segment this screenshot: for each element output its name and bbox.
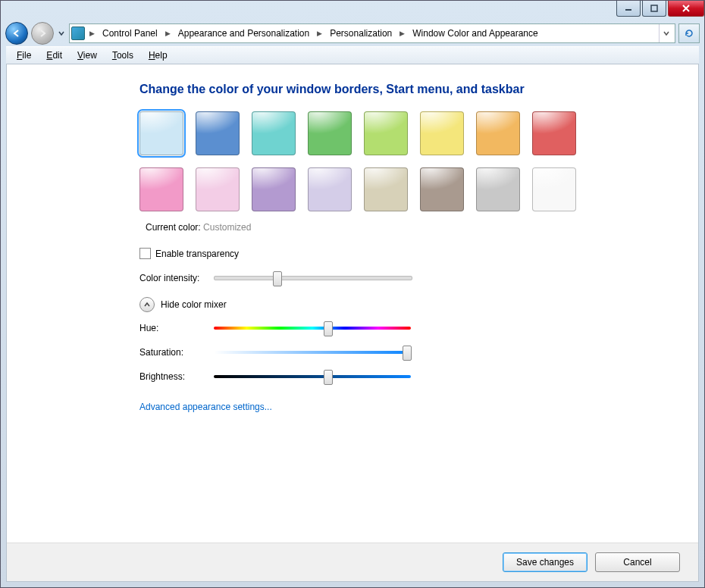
color-swatch-blue[interactable] <box>196 111 240 155</box>
brightness-slider[interactable] <box>214 375 411 378</box>
address-bar[interactable]: ▶ Control Panel ▶ Appearance and Persona… <box>69 23 675 43</box>
chevron-right-icon: ▶ <box>396 30 408 37</box>
color-intensity-row: Color intensity: <box>139 273 668 283</box>
menu-tools[interactable]: Tools <box>106 48 139 62</box>
save-changes-button[interactable]: Save changes <box>503 552 588 572</box>
color-swatch-white[interactable] <box>532 167 576 211</box>
current-color-label: Current color: <box>146 222 201 233</box>
menu-help[interactable]: Help <box>143 48 174 62</box>
slider-thumb[interactable] <box>273 271 282 286</box>
minimize-icon <box>625 5 632 12</box>
address-dropdown[interactable] <box>659 24 673 42</box>
current-color-value: Customized <box>203 222 251 233</box>
menubar: File Edit View Tools Help <box>6 46 699 64</box>
color-swatch-violet[interactable] <box>252 167 296 211</box>
color-swatch-tan[interactable] <box>364 167 408 211</box>
arrow-left-icon <box>11 28 22 39</box>
advanced-appearance-link[interactable]: Advanced appearance settings... <box>139 402 668 412</box>
transparency-label: Enable transparency <box>155 249 239 259</box>
nav-forward-button[interactable] <box>31 22 54 45</box>
svg-rect-1 <box>651 5 657 11</box>
svg-rect-0 <box>625 9 631 11</box>
slider-thumb[interactable] <box>324 370 333 385</box>
slider-thumb[interactable] <box>324 321 333 336</box>
brightness-label: Brightness: <box>139 371 214 382</box>
color-swatch-teal[interactable] <box>252 111 296 155</box>
chevron-down-icon <box>663 30 669 36</box>
color-swatch-pink[interactable] <box>139 167 183 211</box>
color-swatch-lime[interactable] <box>364 111 408 155</box>
color-swatch-green[interactable] <box>308 111 352 155</box>
chevron-up-icon <box>144 302 150 308</box>
control-panel-icon <box>71 27 85 40</box>
color-swatch-lavender[interactable] <box>308 167 352 211</box>
saturation-label: Saturation: <box>139 347 214 358</box>
saturation-slider[interactable] <box>214 351 411 354</box>
close-icon <box>682 5 691 12</box>
close-button[interactable] <box>668 1 704 17</box>
content-area: Change the color of your window borders,… <box>6 64 699 582</box>
transparency-checkbox[interactable] <box>139 248 151 259</box>
arrow-right-icon <box>37 28 48 39</box>
hue-slider[interactable] <box>214 327 411 330</box>
chevron-right-icon: ▶ <box>86 30 98 37</box>
titlebar <box>1 1 704 20</box>
breadcrumb-item[interactable]: Window Color and Appearance <box>409 27 540 40</box>
saturation-row: Saturation: <box>139 347 668 358</box>
footer: Save changes Cancel <box>7 543 698 581</box>
brightness-row: Brightness: <box>139 371 668 382</box>
color-swatch-gray[interactable] <box>476 167 520 211</box>
color-swatch-taupe[interactable] <box>420 167 464 211</box>
menu-file[interactable]: File <box>11 48 37 62</box>
color-swatch-yellow[interactable] <box>420 111 464 155</box>
color-swatch-orange[interactable] <box>476 111 520 155</box>
hue-label: Hue: <box>139 323 214 333</box>
window: ▶ Control Panel ▶ Appearance and Persona… <box>0 0 705 588</box>
breadcrumb-item[interactable]: Personalization <box>327 27 395 40</box>
hue-row: Hue: <box>139 323 668 333</box>
color-intensity-slider[interactable] <box>214 276 412 280</box>
color-swatch-grid <box>139 111 594 211</box>
breadcrumb-item[interactable]: Appearance and Personalization <box>175 27 312 40</box>
collapse-mixer-button[interactable] <box>139 297 155 312</box>
chevron-right-icon: ▶ <box>314 30 325 37</box>
color-swatch-red[interactable] <box>532 111 576 155</box>
nav-back-button[interactable] <box>5 22 28 45</box>
menu-view[interactable]: View <box>71 48 103 62</box>
nav-history-dropdown[interactable] <box>57 30 66 36</box>
menu-edit[interactable]: Edit <box>40 48 68 62</box>
color-swatch-rose[interactable] <box>196 167 240 211</box>
breadcrumb-item[interactable]: Control Panel <box>99 27 161 40</box>
minimize-button[interactable] <box>616 1 641 17</box>
mixer-toggle-row: Hide color mixer <box>139 297 668 312</box>
maximize-button[interactable] <box>642 1 666 17</box>
color-intensity-label: Color intensity: <box>139 273 214 283</box>
slider-thumb[interactable] <box>403 346 412 361</box>
current-color-row: Current color: Customized <box>146 222 668 233</box>
mixer-toggle-label: Hide color mixer <box>161 299 227 310</box>
page-heading: Change the color of your window borders,… <box>139 83 668 96</box>
chevron-right-icon: ▶ <box>162 30 174 37</box>
cancel-button[interactable]: Cancel <box>595 552 680 572</box>
refresh-icon <box>684 28 694 39</box>
transparency-row: Enable transparency <box>139 248 668 259</box>
chevron-down-icon <box>58 30 64 36</box>
maximize-icon <box>650 5 658 12</box>
navbar: ▶ Control Panel ▶ Appearance and Persona… <box>1 20 704 46</box>
color-swatch-sky[interactable] <box>139 111 183 155</box>
refresh-button[interactable] <box>678 23 700 43</box>
